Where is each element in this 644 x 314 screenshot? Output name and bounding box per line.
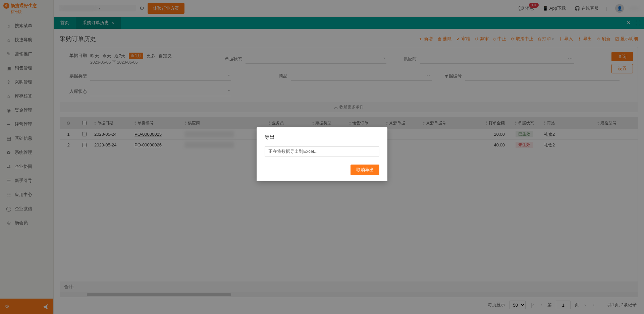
- modal-title: 导出: [265, 134, 379, 140]
- modal-overlay: 导出 取消导出: [0, 0, 644, 314]
- export-progress-text: [265, 146, 379, 156]
- export-modal: 导出 取消导出: [257, 127, 387, 181]
- cancel-export-button[interactable]: 取消导出: [351, 165, 379, 175]
